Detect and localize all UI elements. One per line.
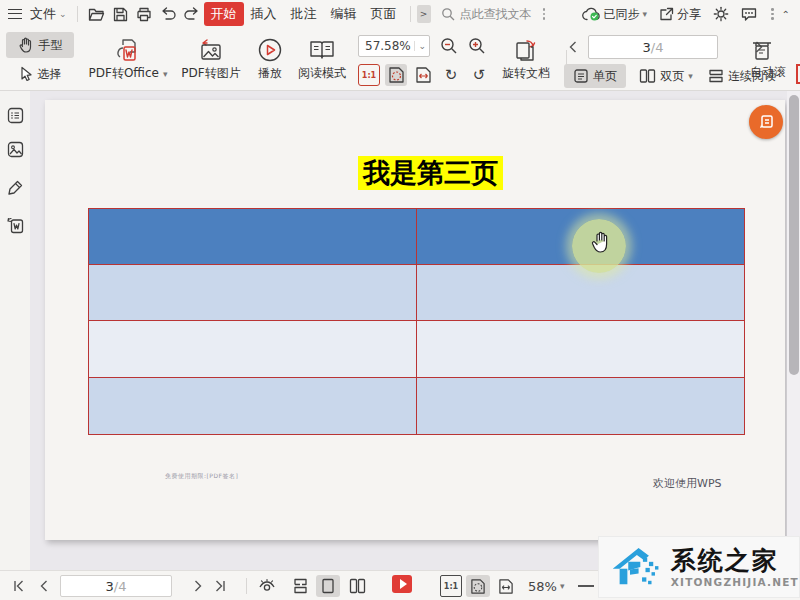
- single-page-label: 单页: [593, 68, 617, 85]
- cloud-sync-icon: [582, 7, 601, 21]
- rotate-document-icon: [513, 37, 539, 63]
- chevron-down-icon: ⌄: [414, 41, 429, 51]
- last-page-button[interactable]: [210, 575, 230, 597]
- tab-page[interactable]: 页面: [364, 2, 404, 26]
- table-cell: [89, 209, 417, 265]
- play-icon: [400, 579, 407, 589]
- zoom-level-select[interactable]: 58% ▾: [528, 575, 564, 597]
- pdf-to-image-button[interactable]: PDF转图片: [176, 31, 246, 88]
- tab-home[interactable]: 开始: [204, 2, 244, 26]
- sync-status-button[interactable]: 已同步 ▾: [578, 3, 652, 25]
- fit-page-icon: [470, 578, 486, 595]
- single-page-layout-button[interactable]: [316, 575, 340, 597]
- document-viewer[interactable]: 我是第三页 免费使用期限:[PDF签名]: [30, 91, 800, 570]
- double-page-layout-button[interactable]: [344, 575, 370, 597]
- fit-width-button[interactable]: [412, 64, 434, 86]
- chevron-right-icon: [194, 580, 202, 592]
- double-page-icon: [349, 578, 366, 594]
- fit-page-button[interactable]: [466, 575, 490, 597]
- pdf-page[interactable]: 我是第三页 免费使用期限:[PDF签名]: [45, 100, 785, 540]
- share-label: 分享: [677, 6, 701, 23]
- sign-panel-button[interactable]: [5, 177, 25, 197]
- tabs-overflow-button[interactable]: >: [417, 5, 431, 23]
- table-cell: [89, 378, 417, 434]
- open-file-button[interactable]: [84, 3, 109, 25]
- zoom-level-value: 57.58%: [365, 39, 411, 53]
- tab-comment[interactable]: 批注: [284, 2, 324, 26]
- rotate-ccw-icon[interactable]: ↺: [468, 64, 490, 86]
- tab-insert[interactable]: 插入: [244, 2, 284, 26]
- first-page-button[interactable]: [8, 575, 28, 597]
- export-word-panel-button[interactable]: [5, 215, 25, 235]
- pen-signature-icon: [7, 179, 24, 196]
- rotate-document-button[interactable]: 旋转文档: [496, 31, 556, 88]
- eye-protect-button[interactable]: [254, 575, 280, 597]
- convert-floating-button[interactable]: [749, 105, 783, 139]
- find-text-button[interactable]: 点此查找文本: [441, 6, 546, 23]
- cursor-arrow-icon: [19, 66, 33, 82]
- hand-tool-label: 手型: [39, 37, 63, 54]
- select-tool-button[interactable]: 选择: [6, 61, 74, 87]
- double-page-button[interactable]: 双页 ▾: [632, 64, 700, 88]
- fit-width-button[interactable]: [494, 575, 518, 597]
- rotate-cw-icon[interactable]: ↻: [440, 64, 462, 86]
- outline-panel-button[interactable]: [5, 105, 25, 125]
- page-footer-text: 欢迎使用WPS: [653, 476, 722, 491]
- pdf-to-office-icon: [115, 37, 141, 63]
- single-page-icon: [321, 578, 335, 594]
- zoom-in-button[interactable]: [466, 35, 488, 57]
- redo-button[interactable]: [180, 3, 204, 25]
- hand-cursor-icon: [590, 231, 612, 255]
- print-button[interactable]: [132, 3, 156, 25]
- play-button[interactable]: 播放: [248, 31, 292, 88]
- pdf-to-office-label: PDF转Office: [89, 65, 159, 82]
- tab-edit[interactable]: 编辑: [324, 2, 364, 26]
- prev-page-button[interactable]: [34, 575, 54, 597]
- fit-page-icon: [388, 66, 405, 84]
- continuous-layout-icon: [293, 578, 308, 594]
- wps-pdf-window: 文件 ⌄ 开始 插入 批注 编辑 页面 > 点此查找文本: [0, 0, 800, 600]
- zoom-level-select[interactable]: 57.58% ⌄: [358, 35, 430, 57]
- prev-page-button[interactable]: [564, 36, 582, 58]
- fit-page-button[interactable]: [385, 64, 407, 86]
- next-page-button[interactable]: [188, 575, 208, 597]
- chevron-down-icon: ▾: [163, 69, 168, 79]
- zoom-out-slider-button[interactable]: [576, 575, 596, 597]
- clipped-button-fragment: [796, 64, 800, 84]
- divider: [77, 6, 78, 22]
- chevron-down-icon: ▾: [560, 581, 565, 591]
- file-menu[interactable]: 文件 ⌄: [26, 3, 71, 25]
- collapse-toolbar-button[interactable]: ⌃: [778, 9, 794, 20]
- play-circle-icon: [257, 37, 283, 63]
- undo-button[interactable]: [156, 3, 180, 25]
- table-cell: [89, 321, 417, 378]
- actual-size-button[interactable]: 1:1: [440, 575, 462, 597]
- scrollbar-thumb[interactable]: [789, 95, 799, 375]
- hand-tool-button[interactable]: 手型: [6, 32, 74, 58]
- pdf-to-image-label: PDF转图片: [181, 65, 240, 82]
- watermark-name: 系统之家: [671, 547, 799, 574]
- share-button[interactable]: 分享: [655, 3, 705, 25]
- page-number-input[interactable]: 3/4: [60, 575, 172, 597]
- zoom-out-button[interactable]: [438, 35, 460, 57]
- single-page-button[interactable]: 单页: [564, 64, 626, 88]
- search-more-icon[interactable]: [543, 8, 546, 20]
- pdf-to-office-button[interactable]: PDF转Office▾: [86, 31, 170, 88]
- feedback-button[interactable]: [737, 3, 761, 25]
- divider: [410, 6, 411, 22]
- site-watermark: 系统之家 XITONGZHIJIA.NET: [598, 536, 800, 598]
- more-options-icon[interactable]: [771, 8, 774, 20]
- vertical-scrollbar[interactable]: [787, 91, 800, 570]
- continuous-layout-button[interactable]: [288, 575, 312, 597]
- actual-size-button[interactable]: 1:1: [358, 64, 380, 86]
- play-slideshow-button[interactable]: [392, 575, 412, 593]
- save-button[interactable]: [109, 3, 132, 25]
- hamburger-menu-icon[interactable]: [8, 9, 22, 19]
- read-mode-button[interactable]: 阅读模式: [292, 31, 352, 88]
- auto-scroll-button[interactable]: 自动滚: [742, 31, 800, 88]
- page-number-input[interactable]: 3/4: [588, 35, 718, 59]
- table-cell: [417, 321, 745, 378]
- settings-button[interactable]: [709, 3, 733, 25]
- watermark-domain: XITONGZHIJIA.NET: [671, 576, 799, 588]
- thumbnail-panel-button[interactable]: [5, 139, 25, 159]
